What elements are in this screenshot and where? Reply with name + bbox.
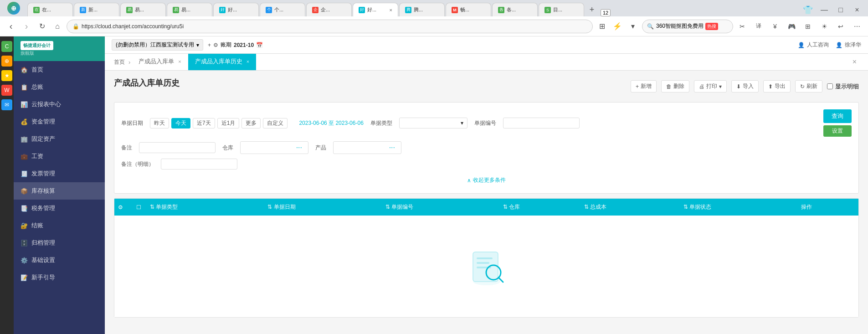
- left-icon-yellow[interactable]: ★: [1, 70, 12, 81]
- date-btn-7days[interactable]: 近7天: [193, 118, 215, 128]
- sort-number-icon[interactable]: ⇅: [385, 204, 390, 210]
- sidebar-item-cloud-report[interactable]: 📊 云报表中心: [14, 96, 105, 113]
- new-tab-button[interactable]: +: [585, 3, 599, 16]
- add-button[interactable]: + 新增: [631, 80, 657, 92]
- lightning-icon[interactable]: ⚡: [611, 20, 624, 33]
- tab-history-close[interactable]: ×: [247, 59, 249, 64]
- query-button[interactable]: 查询: [823, 109, 852, 123]
- calendar-icon[interactable]: 📅: [256, 42, 263, 48]
- refresh-button[interactable]: ↻: [36, 20, 48, 33]
- export-button[interactable]: ⬆ 导出: [763, 80, 791, 92]
- print-button[interactable]: 🖨 打印 ▾: [694, 80, 727, 92]
- date-btn-today[interactable]: 今天: [171, 118, 190, 128]
- tab-list-page[interactable]: 产成品入库单 ×: [132, 54, 188, 70]
- col-warehouse: ⇅ 仓库: [499, 199, 580, 216]
- date-btn-custom[interactable]: 自定义: [263, 118, 288, 128]
- sidebar-item-inventory[interactable]: 📦 库存核算: [14, 182, 105, 200]
- header-checkbox[interactable]: ☐: [136, 204, 141, 211]
- warehouse-filter-select[interactable]: ···: [240, 141, 308, 154]
- sidebar-item-archive[interactable]: 🗄️ 归档管理: [14, 234, 105, 252]
- product-filter-select[interactable]: ···: [333, 141, 401, 154]
- breadcrumb-home[interactable]: 首页: [112, 55, 127, 70]
- date-btn-yesterday[interactable]: 昨天: [150, 118, 169, 128]
- note-filter-input[interactable]: [139, 142, 216, 153]
- number-filter-input[interactable]: [503, 118, 580, 128]
- product-dots-icon[interactable]: ···: [387, 144, 397, 152]
- undo-icon[interactable]: ↩: [834, 20, 847, 33]
- sort-type-icon[interactable]: ⇅: [150, 204, 154, 210]
- collapse-button[interactable]: ∧ 收起更多条件: [121, 174, 852, 186]
- date-btn-more[interactable]: 更多: [241, 118, 261, 128]
- sort-warehouse-icon[interactable]: ⇅: [503, 204, 508, 210]
- note-detail-filter-input[interactable]: [161, 159, 237, 170]
- table-settings-icon[interactable]: ⚙: [118, 204, 123, 211]
- sort-cost-icon[interactable]: ⇅: [584, 204, 589, 210]
- apps-icon[interactable]: ⊞: [801, 20, 814, 33]
- tab-5[interactable]: 好 好...: [213, 3, 259, 16]
- tab-11[interactable]: 各 各...: [492, 3, 538, 16]
- col-settings[interactable]: ⚙: [114, 199, 133, 216]
- panel-close-icon[interactable]: ×: [848, 58, 861, 66]
- import-button[interactable]: ⬇ 导入: [731, 80, 759, 92]
- tab-bar: ⊕ 在 在... 新 新... 易 易... 易 易... 好 好... 个: [0, 0, 868, 16]
- tab-12[interactable]: S 目...: [539, 3, 584, 16]
- sidebar-item-invoice[interactable]: 🧾 发票管理: [14, 165, 105, 182]
- tab-7[interactable]: 企 企...: [306, 3, 352, 16]
- sidebar-item-closing[interactable]: 🔐 结账: [14, 217, 105, 234]
- sun-icon[interactable]: ☀: [818, 20, 831, 33]
- sort-date-icon[interactable]: ⇅: [267, 204, 272, 210]
- left-icon-green[interactable]: C: [1, 41, 12, 52]
- sidebar-item-settings[interactable]: ⚙️ 基础设置: [14, 252, 105, 269]
- home-button[interactable]: ⌂: [51, 20, 64, 33]
- sidebar-item-payroll[interactable]: 💼 工资: [14, 148, 105, 165]
- tab-3[interactable]: 易 易...: [120, 3, 166, 16]
- add-company-icon[interactable]: +: [208, 42, 211, 48]
- tab-8-active[interactable]: 好 好... ×: [353, 3, 398, 16]
- search-bar[interactable]: 🔍 360智能抠图免费用 热搜: [642, 20, 733, 33]
- show-detail-checkbox[interactable]: [827, 83, 833, 89]
- sidebar-item-new-entry[interactable]: 📝 新手引导: [14, 269, 105, 286]
- close-window-button[interactable]: ×: [851, 4, 863, 16]
- settings-company-icon[interactable]: ⚙: [213, 42, 218, 48]
- sidebar-item-home[interactable]: 🏠 首页: [14, 61, 105, 78]
- sidebar-item-tax[interactable]: 📑 税务管理: [14, 200, 105, 217]
- sort-status-icon[interactable]: ⇅: [683, 204, 688, 210]
- sidebar-item-ledger[interactable]: 📋 总账: [14, 78, 105, 96]
- refresh-button[interactable]: ↻ 刷新: [795, 80, 822, 92]
- left-icon-orange[interactable]: ⊕: [1, 56, 12, 67]
- col-checkbox[interactable]: ☐: [133, 199, 146, 216]
- grid-icon[interactable]: ⊞: [596, 20, 608, 33]
- tab-history-page[interactable]: 产成品入库单历史 ×: [188, 54, 256, 70]
- tab-6[interactable]: 个 个...: [260, 3, 305, 16]
- maximize-button[interactable]: □: [834, 4, 847, 16]
- type-filter-select[interactable]: ▾: [399, 118, 467, 128]
- more-icon[interactable]: ⋯: [851, 20, 863, 33]
- translate-icon[interactable]: 译: [752, 20, 765, 33]
- service-btn[interactable]: 👤 人工咨询: [798, 41, 829, 49]
- tab-list-close[interactable]: ×: [178, 59, 181, 64]
- gamepad-icon[interactable]: 🎮: [785, 20, 798, 33]
- chevron-down-icon[interactable]: ▾: [627, 20, 639, 33]
- tab-9[interactable]: 腾 腾...: [399, 3, 445, 16]
- tab-8-close[interactable]: ×: [387, 7, 392, 13]
- tab-2[interactable]: 新 新...: [74, 3, 119, 16]
- yen-icon[interactable]: ¥: [769, 20, 781, 33]
- tab-10[interactable]: M 畅...: [446, 3, 491, 16]
- left-icon-blue[interactable]: ✉: [1, 99, 12, 110]
- tab-1[interactable]: 在 在...: [27, 3, 73, 16]
- forward-button[interactable]: ›: [20, 20, 33, 33]
- date-btn-1month[interactable]: 近1月: [217, 118, 240, 128]
- sidebar-item-fixed-assets[interactable]: 🏢 固定资产: [14, 130, 105, 148]
- back-button[interactable]: ‹: [5, 20, 17, 33]
- company-selector[interactable]: (勿删勿禁用）江西服宝测试专用 ▾: [112, 39, 203, 51]
- sidebar-item-fund[interactable]: 💰 资金管理: [14, 113, 105, 130]
- warehouse-dots-icon[interactable]: ···: [294, 144, 304, 152]
- filter-settings-button[interactable]: 设置: [823, 125, 852, 137]
- minimize-button[interactable]: —: [818, 4, 831, 16]
- left-icon-red[interactable]: W: [1, 85, 12, 96]
- scissors-icon[interactable]: ✂: [736, 20, 749, 33]
- address-bar[interactable]: 🔒 https://cloud.chanjet.com/accounting/u…: [67, 20, 593, 33]
- user-btn[interactable]: 👤 徐泽华: [836, 41, 861, 49]
- delete-button[interactable]: 🗑 删除: [661, 80, 689, 92]
- tab-4[interactable]: 易 易...: [167, 3, 212, 16]
